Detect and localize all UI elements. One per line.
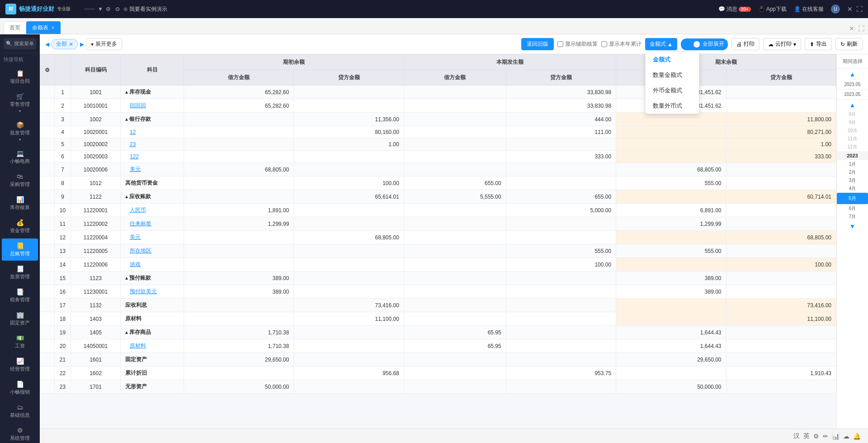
- row-name[interactable]: 人民币: [121, 204, 184, 217]
- tab-close-icon[interactable]: ✕: [51, 25, 55, 30]
- row-name[interactable]: ▴ 应收账款: [121, 190, 184, 204]
- row-name[interactable]: 美元: [121, 163, 184, 176]
- sidebar-item-assets[interactable]: 🏢 固定资产: [2, 308, 38, 330]
- row-name[interactable]: 固定资产: [121, 353, 184, 367]
- dropdown-qty-foreign[interactable]: 数量外币式: [646, 98, 699, 114]
- service-btn[interactable]: 👤 在线客服: [794, 5, 824, 13]
- sidebar-item-inventory[interactable]: 📊 库存核算: [2, 192, 38, 214]
- settings-gear-icon[interactable]: ⚙: [106, 6, 111, 12]
- retail-icon: 🛒: [4, 93, 36, 100]
- row-name[interactable]: ▴ 预付账款: [121, 272, 184, 285]
- row-name[interactable]: ▴ 库存现金: [121, 86, 184, 99]
- audit-checkbox[interactable]: [557, 41, 563, 47]
- bottom-notify-btn[interactable]: 🔔: [853, 433, 861, 440]
- sidebar-item-purchase[interactable]: 🛍 采购管理: [2, 169, 38, 191]
- print-btn[interactable]: 🖨 打印: [731, 38, 760, 50]
- sidebar-item-retail[interactable]: 🛒 零售管理 ▾: [2, 89, 38, 117]
- month-8[interactable]: 8月: [837, 110, 868, 119]
- row-name[interactable]: 游戏: [121, 258, 184, 272]
- sidebar-item-base[interactable]: 🗂 基础信息: [2, 400, 38, 422]
- row-name[interactable]: 所在地区: [121, 244, 184, 258]
- month-2[interactable]: 2月: [837, 168, 868, 176]
- sidebar-item-operations[interactable]: 📈 经营管理: [2, 354, 38, 376]
- row-name[interactable]: ▴ 银行存款: [121, 113, 184, 126]
- lang-zh-btn[interactable]: 汉: [793, 432, 800, 440]
- demo-btn[interactable]: ⊙ ⊙ 我要看实例演示: [115, 5, 167, 13]
- month-5-active[interactable]: 5月: [837, 193, 868, 205]
- search-tag[interactable]: 全部 ✕: [51, 39, 78, 49]
- message-btn[interactable]: 💬 消息 99+: [718, 5, 751, 13]
- row-name[interactable]: 原材料: [121, 312, 184, 326]
- year-checkbox[interactable]: [601, 41, 607, 47]
- tab-balance[interactable]: 余额表 ✕: [26, 21, 61, 34]
- all-expand-btn[interactable]: 全部展开: [681, 38, 728, 50]
- expand-btn[interactable]: ▾ 展开更多: [86, 38, 122, 50]
- bottom-settings-btn[interactable]: ⚙: [813, 433, 819, 440]
- user-btn[interactable]: U: [831, 5, 840, 14]
- bottom-edit-btn[interactable]: ✏: [823, 433, 828, 440]
- month-11[interactable]: 11月: [837, 135, 868, 143]
- sidebar-item-ledger[interactable]: 📒 总账管理: [2, 238, 38, 261]
- back-btn[interactable]: 退回旧版: [521, 38, 554, 50]
- month-9[interactable]: 9月: [837, 119, 868, 127]
- export-btn[interactable]: ⬆ 导出: [805, 38, 832, 50]
- row-name[interactable]: 美元: [121, 231, 184, 244]
- nav-down-icon[interactable]: ▼: [837, 221, 868, 232]
- month-12[interactable]: 12月: [837, 143, 868, 151]
- th-code: 科目编码: [71, 55, 121, 86]
- row-name[interactable]: 应收利息: [121, 299, 184, 312]
- row-name[interactable]: 无形资产: [121, 380, 184, 394]
- sidebar-search[interactable]: 🔍 搜索菜单: [0, 34, 40, 53]
- tab-home[interactable]: 首页: [4, 21, 26, 34]
- nav-up-icon[interactable]: ▲: [837, 69, 868, 80]
- refresh-btn[interactable]: ↻ 刷新: [835, 38, 863, 50]
- row-name[interactable]: 12: [121, 126, 184, 138]
- sidebar-item-tax[interactable]: 📑 税务管理: [2, 285, 38, 307]
- nav-up2-icon[interactable]: ▲: [837, 100, 868, 110]
- dropdown-amount[interactable]: 金额式: [646, 52, 699, 67]
- row-ob-credit: 68,805.00: [294, 231, 404, 244]
- lang-en-btn[interactable]: 英: [803, 432, 810, 440]
- bottom-cloud-btn[interactable]: ☁: [843, 433, 849, 440]
- download-btn[interactable]: 📱 App下载: [758, 5, 787, 13]
- date-2023-05-1[interactable]: 2023.05: [837, 80, 868, 90]
- sidebar-item-ecommerce[interactable]: 💻 小畅电商: [2, 146, 38, 168]
- search-menu-btn[interactable]: 🔍 搜索菜单: [4, 38, 36, 49]
- sidebar-item-system[interactable]: ⚙ 系统管理: [2, 423, 38, 443]
- table-wrapper[interactable]: ⚙ 科目编码 科目 期初余额 本: [40, 54, 836, 429]
- month-3[interactable]: 3月: [837, 176, 868, 185]
- month-1[interactable]: 1月: [837, 160, 868, 168]
- max-btn[interactable]: ⛶: [856, 5, 863, 13]
- panel-max-icon[interactable]: ⛶: [858, 25, 864, 32]
- sidebar-item-project[interactable]: 📋 项目合同: [2, 66, 38, 88]
- row-name[interactable]: 原材料: [121, 339, 184, 353]
- sidebar-item-finance[interactable]: 💰 资金管理: [2, 215, 38, 238]
- row-name[interactable]: 其他货币资金: [121, 176, 184, 190]
- row-name[interactable]: 累计折旧: [121, 367, 184, 380]
- panel-close-icon[interactable]: ✕: [849, 25, 854, 32]
- month-7[interactable]: 7月: [837, 213, 868, 221]
- month-6[interactable]: 6月: [837, 205, 868, 213]
- search-tag-close-icon[interactable]: ✕: [69, 41, 73, 48]
- cloud-print-btn[interactable]: ☁ 云打印 ▾: [763, 38, 801, 50]
- amount-btn[interactable]: 金额式 ▲: [645, 38, 677, 50]
- sidebar-item-payroll[interactable]: 💵 工资: [2, 331, 38, 353]
- row-name[interactable]: 往来标签: [121, 217, 184, 231]
- row-name[interactable]: ▴ 库存商品: [121, 326, 184, 339]
- row-curr-debit: [404, 217, 506, 231]
- row-name[interactable]: 122: [121, 151, 184, 163]
- close-btn[interactable]: ✕: [847, 5, 853, 13]
- row-cb-debit: [616, 231, 726, 244]
- row-name[interactable]: 23: [121, 138, 184, 151]
- month-10[interactable]: 10月: [837, 127, 868, 135]
- date-2023-05-2[interactable]: 2023.05: [837, 90, 868, 100]
- bottom-chart-btn[interactable]: 📊: [832, 433, 840, 440]
- sidebar-item-invoice[interactable]: 🧾 发票管理: [2, 262, 38, 284]
- row-name[interactable]: 预付款美元: [121, 285, 184, 299]
- sidebar-item-reports[interactable]: 📄 小畅报销: [2, 377, 38, 399]
- sidebar-item-wholesale[interactable]: 📦 批发管理 ▾: [2, 118, 38, 145]
- dropdown-foreign[interactable]: 外币金额式: [646, 83, 699, 98]
- month-4[interactable]: 4月: [837, 185, 868, 193]
- row-name[interactable]: 回回回: [121, 99, 184, 113]
- dropdown-qty-amount[interactable]: 数量金额式: [646, 67, 699, 83]
